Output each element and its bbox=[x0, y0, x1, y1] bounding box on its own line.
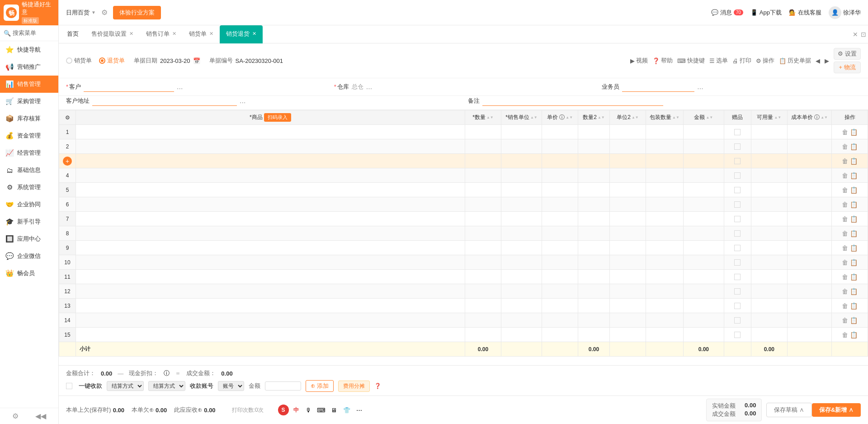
gift-checkbox-2[interactable] bbox=[734, 143, 741, 150]
print-btn[interactable]: 🖨 打印 bbox=[732, 57, 751, 65]
account-no-select[interactable]: 账号 bbox=[218, 381, 244, 391]
product-input-14[interactable] bbox=[80, 317, 461, 324]
qty2-cell-7[interactable] bbox=[578, 212, 609, 226]
product-input-7[interactable] bbox=[80, 215, 461, 222]
sidebar-item-basic[interactable]: 🗂 基础信息 bbox=[0, 162, 58, 179]
unit2-cell-13[interactable] bbox=[609, 299, 646, 313]
user-menu-button[interactable]: 👤 徐泽华 bbox=[829, 6, 861, 19]
gift-checkbox-12[interactable] bbox=[734, 288, 741, 295]
unit2-cell-4[interactable] bbox=[609, 168, 646, 183]
qty-cell-15[interactable] bbox=[465, 328, 501, 342]
sort-avail-icon[interactable]: ▲▼ bbox=[774, 115, 781, 119]
amount-cell-11[interactable] bbox=[683, 270, 724, 284]
settings-bottom-btn[interactable]: ⚙ bbox=[12, 412, 19, 420]
unit-cell-7[interactable] bbox=[501, 212, 542, 226]
gift-cell-12[interactable] bbox=[724, 284, 751, 299]
product-input-2[interactable] bbox=[80, 143, 461, 150]
qty-cell-9[interactable] bbox=[465, 241, 501, 255]
avail-cell-5[interactable] bbox=[751, 183, 787, 197]
amount-cell-12[interactable] bbox=[683, 284, 724, 299]
unit-cell-5[interactable] bbox=[501, 183, 542, 197]
unit2-cell-11[interactable] bbox=[609, 270, 646, 284]
close-all-tabs-button[interactable]: ✕ bbox=[853, 31, 858, 38]
bottom-icon-s[interactable]: S bbox=[278, 405, 289, 415]
product-cell-12[interactable] bbox=[76, 284, 465, 299]
qty-cell-4[interactable] bbox=[465, 168, 501, 183]
sort-qty-icon[interactable]: ▲▼ bbox=[486, 115, 494, 119]
gift-checkbox-6[interactable] bbox=[734, 201, 741, 208]
add-row-btn[interactable]: + bbox=[63, 157, 72, 166]
delete-row-icon-10[interactable]: 🗑 bbox=[842, 259, 848, 266]
settlement-method-select[interactable]: 结算方式 bbox=[107, 381, 144, 391]
qty-cell-7[interactable] bbox=[465, 212, 501, 226]
amount-cell-1[interactable] bbox=[683, 125, 724, 139]
gift-checkbox-1[interactable] bbox=[734, 129, 741, 135]
product-cell-3[interactable] bbox=[76, 154, 465, 168]
qty-cell-11[interactable] bbox=[465, 270, 501, 284]
topbar-gear-icon[interactable]: ⚙ bbox=[101, 8, 108, 17]
product-input-9[interactable] bbox=[80, 244, 461, 251]
delete-row-icon-4[interactable]: 🗑 bbox=[842, 172, 848, 179]
close-tab-sales-return[interactable]: ✕ bbox=[252, 31, 256, 37]
unit2-cell-3[interactable] bbox=[609, 154, 646, 168]
sidebar-item-system[interactable]: ⚙ 系统管理 bbox=[0, 179, 58, 196]
avail-cell-14[interactable] bbox=[751, 313, 787, 328]
add-logistics-button[interactable]: + 物流 bbox=[834, 62, 861, 73]
product-cell-2[interactable] bbox=[76, 139, 465, 154]
sidebar-item-operation[interactable]: 📈 经营管理 bbox=[0, 144, 58, 162]
product-cell-10[interactable] bbox=[76, 255, 465, 270]
gift-cell-15[interactable] bbox=[724, 328, 751, 342]
sidebar-item-apps[interactable]: 🔲 应用中心 bbox=[0, 230, 58, 248]
avail-cell-13[interactable] bbox=[751, 299, 787, 313]
sidebar-item-sales[interactable]: 📊 销售管理 bbox=[0, 76, 58, 93]
unit2-cell-8[interactable] bbox=[609, 226, 646, 241]
unit-cell-9[interactable] bbox=[501, 241, 542, 255]
copy-row-icon-7[interactable]: 📋 bbox=[850, 215, 858, 223]
save-new-button[interactable]: 保存&新增 ∧ bbox=[812, 403, 861, 417]
product-input-13[interactable] bbox=[80, 302, 461, 309]
product-input-6[interactable] bbox=[80, 201, 461, 208]
tab-price-settings[interactable]: 售价提取设置 ✕ bbox=[85, 25, 140, 43]
delete-row-icon-5[interactable]: 🗑 bbox=[842, 186, 848, 194]
unit2-cell-5[interactable] bbox=[609, 183, 646, 197]
pkg-cell-14[interactable] bbox=[646, 313, 683, 328]
copy-row-icon-9[interactable]: 📋 bbox=[850, 244, 858, 252]
delete-row-icon-7[interactable]: 🗑 bbox=[842, 215, 848, 223]
copy-row-icon-3[interactable]: 📋 bbox=[850, 157, 858, 165]
price-cell-3[interactable] bbox=[542, 154, 578, 168]
address-select-icon[interactable]: ... bbox=[240, 97, 245, 105]
select-btn[interactable]: ☰ 选单 bbox=[709, 57, 728, 65]
gift-checkbox-5[interactable] bbox=[734, 187, 741, 193]
unit2-cell-14[interactable] bbox=[609, 313, 646, 328]
cost-cell-13[interactable] bbox=[787, 299, 831, 313]
gift-cell-5[interactable] bbox=[724, 183, 751, 197]
product-cell-6[interactable] bbox=[76, 197, 465, 212]
product-input-15[interactable] bbox=[80, 331, 461, 338]
pkg-cell-12[interactable] bbox=[646, 284, 683, 299]
price-cell-12[interactable] bbox=[542, 284, 578, 299]
cost-cell-12[interactable] bbox=[787, 284, 831, 299]
gift-checkbox-8[interactable] bbox=[734, 230, 741, 237]
product-input-11[interactable] bbox=[80, 273, 461, 280]
product-cell-11[interactable] bbox=[76, 270, 465, 284]
product-input-1[interactable] bbox=[80, 129, 461, 135]
price-cell-10[interactable] bbox=[542, 255, 578, 270]
copy-row-icon-5[interactable]: 📋 bbox=[850, 186, 858, 194]
qty2-cell-4[interactable] bbox=[578, 168, 609, 183]
price-cell-2[interactable] bbox=[542, 139, 578, 154]
qty2-cell-5[interactable] bbox=[578, 183, 609, 197]
gift-cell-7[interactable] bbox=[724, 212, 751, 226]
radio-sale-doc[interactable]: 销货单 bbox=[66, 57, 92, 65]
copy-row-icon-4[interactable]: 📋 bbox=[850, 172, 858, 179]
amount-cell-14[interactable] bbox=[683, 313, 724, 328]
gift-cell-13[interactable] bbox=[724, 299, 751, 313]
cost-cell-1[interactable] bbox=[787, 125, 831, 139]
cost-cell-7[interactable] bbox=[787, 212, 831, 226]
copy-row-icon-2[interactable]: 📋 bbox=[850, 143, 858, 150]
gift-cell-8[interactable] bbox=[724, 226, 751, 241]
sidebar-item-wechat[interactable]: 💬 企业微信 bbox=[0, 248, 58, 265]
gift-checkbox-15[interactable] bbox=[734, 332, 741, 338]
scan-input-button[interactable]: 扫码录入 bbox=[264, 113, 291, 122]
fee-split-button[interactable]: 费用分摊 bbox=[338, 381, 370, 392]
gift-checkbox-11[interactable] bbox=[734, 274, 741, 280]
